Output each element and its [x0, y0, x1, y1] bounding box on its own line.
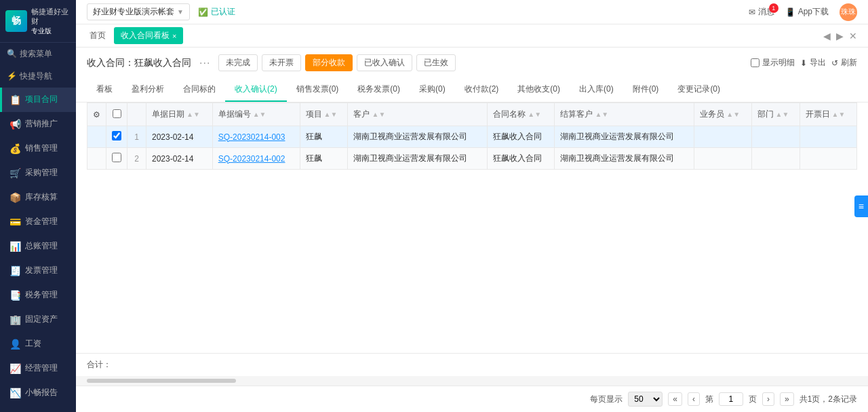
sort-icon-settle-customer[interactable]: ▲▼	[595, 111, 608, 118]
col-header-salesman[interactable]: 业务员▲▼	[694, 103, 751, 126]
sidebar-item-fixed-assets[interactable]: 🏢固定资产	[0, 307, 76, 332]
row-checkbox[interactable]	[112, 131, 121, 141]
col-header-customer[interactable]: 客户▲▼	[348, 103, 488, 126]
tab-contract-standard[interactable]: 合同标的	[174, 78, 225, 102]
tab-purchase[interactable]: 采购(0)	[410, 78, 455, 102]
nav-label-capital: 资金管理	[25, 216, 58, 227]
cell-customer: 湖南卫视商业运营发展有限公司	[348, 148, 488, 170]
status-btn-effective[interactable]: 已生效	[416, 54, 456, 71]
message-button[interactable]: ✉ 1 消息	[749, 6, 774, 18]
search-icon: 🔍	[7, 49, 17, 58]
status-btn-confirmed[interactable]: 已收入确认	[357, 54, 412, 71]
last-page-button[interactable]: »	[780, 392, 794, 406]
select-all-checkbox[interactable]	[113, 109, 121, 118]
order-no-link[interactable]: SQ-20230214-002	[218, 154, 285, 164]
status-btn-partial-received[interactable]: 部分收款	[305, 54, 353, 71]
tab-kanban[interactable]: 看板	[87, 78, 122, 102]
company-selector[interactable]: 好业财专业版演示帐套 ▼	[87, 3, 190, 20]
tab-attachment[interactable]: 附件(0)	[623, 78, 669, 102]
status-btn-no-invoice[interactable]: 未开票	[262, 54, 301, 71]
tab-next-icon[interactable]: ▶	[836, 31, 844, 41]
tab-payment[interactable]: 收付款(2)	[455, 78, 509, 102]
sidebar-item-basic-info[interactable]: ⚙️基础信息	[0, 405, 76, 412]
sidebar-item-inventory[interactable]: 📦库存核算	[0, 185, 76, 210]
table-row[interactable]: 22023-02-14SQ-20230214-002狂飙湖南卫视商业运营发展有限…	[87, 148, 857, 170]
col-header-project[interactable]: 项目▲▼	[300, 103, 348, 126]
tab-sales-invoice[interactable]: 销售发票(0)	[287, 78, 349, 102]
prev-page-button[interactable]: ‹	[688, 392, 700, 406]
first-page-button[interactable]: «	[668, 392, 682, 406]
tab-close-all-icon[interactable]: ✕	[849, 31, 857, 41]
avatar-text: 珠珠	[841, 7, 856, 17]
nav-icon-fixed-assets: 🏢	[9, 314, 21, 326]
cell-order-date: 2023-02-14	[146, 148, 213, 170]
show-detail-checkbox[interactable]: 显示明细	[751, 57, 795, 69]
nav-label-purchase: 采购管理	[25, 167, 58, 179]
right-bar-icon[interactable]: ≡	[854, 195, 868, 217]
next-page-button[interactable]: ›	[762, 392, 774, 406]
tab-out-warehouse[interactable]: 出入库(0)	[570, 78, 623, 102]
phone-icon: 📱	[785, 7, 795, 17]
user-avatar[interactable]: 珠珠	[840, 3, 857, 21]
tab-tax-invoice[interactable]: 税务发票(0)	[348, 78, 410, 102]
order-no-link[interactable]: SQ-20230214-003	[218, 132, 285, 142]
sort-icon-customer[interactable]: ▲▼	[372, 111, 385, 118]
main-area: 好业财专业版演示帐套 ▼ ✅ 已认证 ✉ 1 消息 📱 App下载 珠珠	[76, 0, 868, 412]
per-page-select[interactable]: 2050100	[628, 392, 663, 407]
nav-label-project-contract: 项目合同	[25, 94, 58, 105]
tab-profit[interactable]: 盈利分析	[122, 78, 174, 102]
scroll-thumb[interactable]	[87, 379, 236, 383]
pagination: 每页显示 2050100 « ‹ 第 页 › » 共1页，2条记录	[76, 386, 868, 412]
col-header-order-date[interactable]: 单据日期▲▼	[146, 103, 213, 126]
search-menu-item[interactable]: 🔍 搜索菜单	[0, 43, 76, 65]
sidebar-item-management[interactable]: 📈经营管理	[0, 356, 76, 381]
tab-income-confirm[interactable]: 收入确认(2)	[225, 78, 287, 102]
sidebar-item-sales[interactable]: 💰销售管理	[0, 136, 76, 161]
sidebar-item-tax[interactable]: 📑税务管理	[0, 283, 76, 307]
close-tab-icon[interactable]: ×	[172, 32, 176, 40]
app-download-button[interactable]: 📱 App下载	[785, 6, 829, 18]
settings-icon[interactable]: ⚙	[93, 110, 100, 119]
col-header-order-no[interactable]: 单据编号▲▼	[212, 103, 300, 126]
sort-icon-bill-date[interactable]: ▲▼	[832, 111, 846, 118]
sidebar-item-report[interactable]: 📉小畅报告	[0, 381, 76, 405]
tab-other-income[interactable]: 其他收支(0)	[508, 78, 570, 102]
sort-icon-order-no[interactable]: ▲▼	[253, 111, 267, 118]
col-header-department[interactable]: 部门▲▼	[751, 103, 800, 126]
nav-label-management: 经营管理	[25, 362, 58, 374]
page-number-input[interactable]	[719, 392, 743, 406]
show-detail-input[interactable]	[751, 58, 760, 67]
sidebar-item-invoice[interactable]: 🧾发票管理	[0, 259, 76, 283]
table-row[interactable]: 12023-02-14SQ-20230214-003狂飙湖南卫视商业运营发展有限…	[87, 126, 857, 148]
tab-prev-icon[interactable]: ◀	[823, 31, 831, 41]
export-button[interactable]: ⬇ 导出	[800, 57, 826, 69]
sidebar-item-hr[interactable]: 👤工资	[0, 332, 76, 356]
horizontal-scrollbar[interactable]	[76, 376, 868, 386]
sort-icon-department[interactable]: ▲▼	[776, 111, 789, 118]
row-checkbox[interactable]	[112, 153, 121, 162]
nav-icon-report: 📉	[9, 387, 21, 399]
sidebar-item-project-contract[interactable]: 📋项目合同	[0, 88, 76, 112]
cell-settings	[87, 148, 106, 170]
col-header-settle-customer[interactable]: 结算客户▲▼	[555, 103, 694, 126]
logo-icon: 畅	[5, 10, 27, 32]
status-btn-incomplete[interactable]: 未完成	[218, 54, 258, 71]
sort-icon-project[interactable]: ▲▼	[324, 111, 338, 118]
col-header-contract-name[interactable]: 合同名称▲▼	[488, 103, 555, 126]
tab-navigation: 看板盈利分析合同标的收入确认(2)销售发票(0)税务发票(0)采购(0)收付款(…	[87, 78, 857, 102]
tab-change-log[interactable]: 变更记录(0)	[668, 78, 730, 102]
sort-icon-contract-name[interactable]: ▲▼	[528, 111, 541, 118]
refresh-button[interactable]: ↺ 刷新	[831, 57, 857, 69]
sidebar-item-capital[interactable]: 💳资金管理	[0, 210, 76, 234]
col-header-bill-date[interactable]: 开票日▲▼	[800, 103, 856, 126]
sidebar-item-marketing[interactable]: 📢营销推广	[0, 112, 76, 136]
sidebar-item-general-ledger[interactable]: 📊总账管理	[0, 234, 76, 259]
col-label-settle-customer: 结算客户	[560, 109, 593, 120]
quick-nav-item[interactable]: ⚡ 快捷导航	[0, 65, 76, 88]
more-options-icon[interactable]: ···	[199, 57, 210, 69]
sort-icon-order-date[interactable]: ▲▼	[186, 111, 200, 118]
sidebar-item-purchase[interactable]: 🛒采购管理	[0, 161, 76, 185]
tab-home[interactable]: 首页	[87, 30, 108, 41]
sort-icon-salesman[interactable]: ▲▼	[726, 111, 740, 118]
tab-income-contract[interactable]: 收入合同看板 ×	[114, 27, 183, 44]
